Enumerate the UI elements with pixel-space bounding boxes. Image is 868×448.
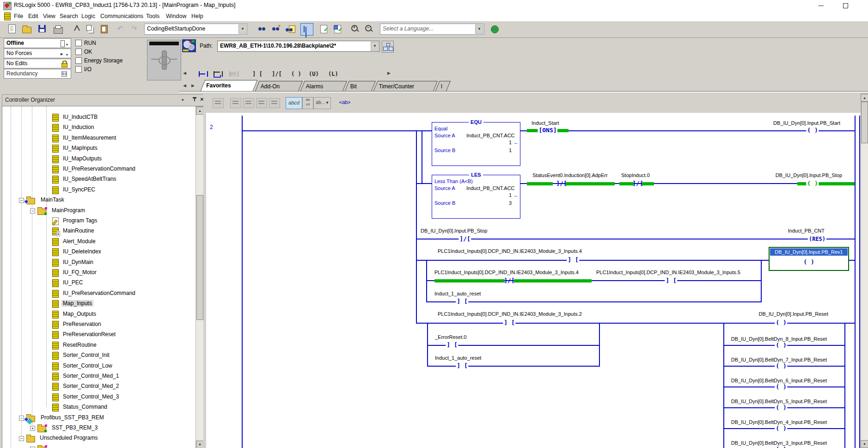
tree-item-PreReservationReset[interactable]: PreReservationReset: [2, 330, 196, 340]
tree-item-Sorter_Control_Low[interactable]: Sorter_Control_Low: [2, 361, 196, 371]
organizer-scroll-thumb[interactable]: [196, 195, 203, 320]
tab-timer-counter[interactable]: Timer/Counter: [373, 81, 438, 92]
operand-display-toggle[interactable]: abcd: [302, 97, 313, 109]
chevron-down-icon[interactable]: ▼: [475, 25, 483, 34]
forces-status-box[interactable]: No Forces ▸ ▾: [4, 49, 71, 58]
save-icon[interactable]: [37, 24, 49, 35]
tree-item-IU_PreReservationCommand[interactable]: IU_PreReservationCommand: [2, 288, 196, 299]
no-contact[interactable]: ] [: [503, 319, 515, 326]
new-rung-icon[interactable]: [199, 71, 208, 77]
no-contact[interactable]: ] [: [456, 298, 468, 305]
no-contact[interactable]: ] [: [567, 257, 579, 263]
tab-alarms[interactable]: Alarms: [300, 81, 347, 92]
palette-latch-coil[interactable]: (L): [328, 69, 338, 79]
tab-scroll-right-icon[interactable]: ▶: [191, 83, 195, 88]
tree-item-Sorter_Control_Init[interactable]: Sorter_Control_Init: [2, 350, 196, 361]
tree-item-Sorter_Control_Med_2[interactable]: Sorter_Control_Med_2: [2, 381, 196, 392]
tree-item-IU_FQ_Motor[interactable]: IU_FQ_Motor: [2, 268, 196, 278]
equ-source-b-value[interactable]: 1: [509, 147, 512, 153]
scroll-down-icon[interactable]: ▼: [196, 441, 204, 448]
menu-search[interactable]: Search: [58, 12, 80, 20]
tree-expander-icon[interactable]: −: [19, 416, 24, 421]
tag-label[interactable]: StatusEvent0.Induction[0].AdpErr: [532, 172, 608, 178]
tag-label[interactable]: Induct_PB_CNT: [788, 228, 825, 233]
new-icon[interactable]: [6, 24, 18, 35]
tab-bit[interactable]: Bit: [344, 81, 376, 92]
tree-item-Program Tags[interactable]: Program Tags: [2, 216, 196, 226]
zoom-out-icon[interactable]: −: [363, 24, 375, 35]
output-coil[interactable]: ( ): [775, 363, 787, 369]
print-icon[interactable]: [53, 24, 64, 35]
io-checkbox[interactable]: [75, 66, 82, 73]
tag-label[interactable]: Induct_1_auto_reset: [435, 355, 481, 361]
tree-item-Unscheduled Programs[interactable]: −Unscheduled Programs: [2, 433, 196, 443]
tag-label[interactable]: DB_IU_Dyn[0].BeltDyn_6_Input.PB_Reset: [731, 378, 827, 383]
find-icon[interactable]: [257, 24, 269, 35]
menu-communications[interactable]: Communications: [98, 12, 145, 20]
tag-label[interactable]: PLC1Induct_Inputs[0].DCP_IND_IN.IE2403_M…: [434, 270, 579, 275]
tree-item-IU_ItemMeasurement[interactable]: IU_ItemMeasurement: [2, 133, 196, 143]
ladder-scroll-thumb[interactable]: [861, 102, 868, 143]
show-descriptions-toggle[interactable]: abcd: [286, 97, 302, 109]
tree-item-IU_InductCTB[interactable]: IU_InductCTB: [2, 112, 196, 123]
output-coil[interactable]: ( ): [775, 446, 787, 448]
tree-item-Map_Inputs[interactable]: Map_Inputs: [2, 299, 196, 309]
menu-view[interactable]: View: [41, 12, 57, 20]
tag-label[interactable]: Induct_Start: [532, 120, 559, 126]
run-checkbox[interactable]: [75, 40, 82, 46]
tree-item-IU_MapInputs[interactable]: IU_MapInputs: [2, 143, 196, 153]
tree-item-Status_Command[interactable]: Status_Command: [2, 402, 196, 412]
les-source-a-operand[interactable]: Induct_PB_CNT.ACC: [466, 185, 515, 191]
minimize-button[interactable]: [814, 1, 827, 10]
tag-label[interactable]: DB_IU_Dyn[0].BeltDyn_3_Input.PB_Reset: [731, 440, 827, 446]
pin-icon[interactable]: [192, 97, 197, 103]
maximize-button[interactable]: [839, 1, 852, 10]
ladder-scrollbar[interactable]: [861, 93, 868, 448]
verify-routine-icon[interactable]: ✓: [319, 24, 330, 35]
tag-label[interactable]: DB_IU_Dyn[0].Input.PB_Stop: [776, 172, 842, 178]
equ-source-a-operand[interactable]: Induct_PB_CNT.ACC: [466, 133, 515, 138]
tree-expander-icon[interactable]: −: [30, 209, 35, 214]
browse-network-button[interactable]: [382, 41, 394, 53]
tree-item-ResetRoutine[interactable]: ResetRoutine: [2, 340, 196, 350]
rung-number[interactable]: 2: [210, 124, 213, 130]
tag-label[interactable]: DB_IU_Dyn[0].BeltDyn_5_Input.PB_Reset: [731, 399, 827, 404]
tree-item-MainTask[interactable]: −MainTask: [2, 195, 196, 205]
tree-item-Sorter_Control_Med_1[interactable]: Sorter_Control_Med_1: [2, 371, 196, 381]
menu-edit[interactable]: Edit: [26, 12, 40, 20]
energy-storage-checkbox[interactable]: [75, 57, 82, 64]
tag-label[interactable]: PLC1Induct_Inputs[0].DCP_IND_IN.IE2403_M…: [438, 311, 582, 317]
ok-checkbox[interactable]: [75, 49, 82, 55]
nc-contact[interactable]: ]/[: [632, 180, 643, 187]
tab-favorites[interactable]: Favorites: [200, 80, 258, 92]
output-coil[interactable]: ( ): [775, 405, 787, 411]
branch-icon[interactable]: [214, 71, 223, 77]
scroll-up-icon[interactable]: ▲: [196, 107, 204, 115]
output-coil[interactable]: ( ): [775, 319, 787, 326]
redundancy-status-box[interactable]: Redundancy 5.3: [4, 69, 71, 79]
tab-scroll-left-icon[interactable]: ◀: [183, 83, 186, 88]
no-contact[interactable]: ] [: [665, 277, 677, 284]
open-icon[interactable]: [21, 24, 33, 35]
tree-item-IU_DynMain[interactable]: IU_DynMain: [2, 258, 196, 268]
nc-contact[interactable]: ]/[: [556, 180, 567, 187]
output-coil[interactable]: ( ): [775, 425, 787, 432]
display-options-menu[interactable]: ab... ▾: [313, 97, 331, 109]
tree-expander-icon[interactable]: −: [19, 436, 24, 441]
chevron-down-icon[interactable]: ▾: [66, 53, 68, 57]
les-source-b-value[interactable]: 3: [509, 200, 512, 206]
tag-label[interactable]: DB_IU_Dyn[0].BeltDyn_8_Input.PB_Reset: [731, 336, 827, 342]
tag-label[interactable]: DB_IU_Dyn[0].Input.PB_Start: [773, 120, 840, 126]
tree-item-SST_PB3_REM_3[interactable]: +SST_PB3_REM_3: [2, 423, 196, 433]
tree-item-IU_PreReservationCommand[interactable]: IU_PreReservationCommand: [2, 164, 196, 174]
zoom-in-icon[interactable]: +: [349, 24, 361, 35]
tree-item-Profibus_SST_PB3_REM[interactable]: −Profibus_SST_PB3_REM: [2, 413, 196, 423]
search-in-routines-icon[interactable]: [285, 24, 296, 35]
tab-add-on[interactable]: Add-On: [255, 81, 303, 92]
selected-coil-tag[interactable]: DB_IU_Dyn[0].Input.PB_Rev1: [770, 248, 848, 256]
scroll-up-icon[interactable]: ▲: [861, 94, 868, 102]
output-coil[interactable]: ( ): [806, 127, 819, 134]
scroll-down-icon[interactable]: ▼: [861, 440, 868, 448]
tag-label[interactable]: DB_IU_Dyn[0].Input.PB_Reset: [759, 311, 828, 317]
ons-instruction[interactable]: [ONS]: [538, 127, 557, 134]
